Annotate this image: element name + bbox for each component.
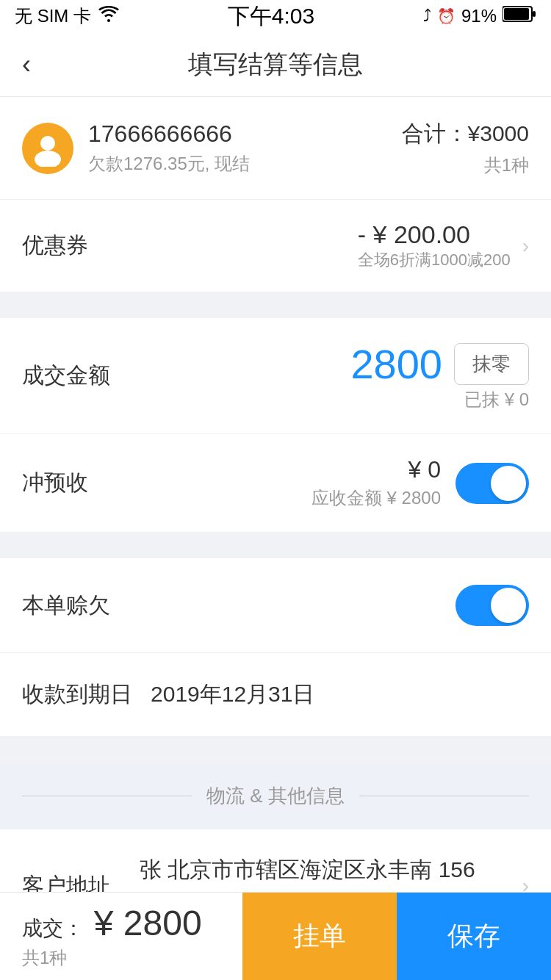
coupon-label: 优惠券 bbox=[22, 231, 88, 261]
back-button[interactable]: ‹ bbox=[22, 49, 31, 80]
bottom-summary: 成交： ¥ 2800 共1种 bbox=[0, 903, 242, 970]
page-title: 填写结算等信息 bbox=[188, 48, 363, 82]
deal-amount-card: 成交金额 2800 抹零 已抹 ¥ 0 冲预收 ¥ 0 应收金额 ¥ 2800 bbox=[0, 318, 551, 532]
battery-icon bbox=[503, 5, 536, 27]
nav-bar: ‹ 填写结算等信息 bbox=[0, 32, 551, 97]
alarm-icon: ⏰ bbox=[437, 7, 455, 25]
section-header: 物流 & 其他信息 bbox=[0, 763, 551, 829]
debit-toggle-knob bbox=[491, 588, 526, 623]
total-amount: 合计：¥3000 bbox=[402, 119, 529, 149]
round-zero-button[interactable]: 抹零 bbox=[454, 343, 529, 385]
coupon-row[interactable]: 优惠券 - ¥ 200.00 全场6折满1000减200 › bbox=[0, 199, 551, 292]
customer-debt: 欠款1276.35元, 现结 bbox=[88, 152, 250, 176]
coupon-right: - ¥ 200.00 全场6折满1000减200 › bbox=[358, 220, 529, 271]
section-header-line-right bbox=[359, 796, 529, 796]
svg-point-4 bbox=[35, 151, 61, 167]
section-divider-3 bbox=[0, 748, 551, 763]
coupon-desc: 全场6折满1000减200 bbox=[358, 249, 511, 271]
bottom-deal-row: 成交： ¥ 2800 bbox=[22, 903, 220, 943]
prepayment-label: 冲预收 bbox=[22, 468, 125, 498]
status-bar: 无 SIM 卡 下午4:03 ⤴ ⏰ 91% bbox=[0, 0, 551, 32]
status-right: ⤴ ⏰ 91% bbox=[423, 5, 536, 27]
status-time: 下午4:03 bbox=[228, 1, 314, 32]
bottom-deal-amount: ¥ 2800 bbox=[94, 904, 202, 943]
customer-info: 17666666666 欠款1276.35元, 现结 bbox=[88, 120, 250, 176]
svg-point-3 bbox=[40, 136, 55, 151]
debit-card: 本单赊欠 收款到期日 2019年12月31日 bbox=[0, 558, 551, 736]
deal-amount-row: 成交金额 2800 抹零 已抹 ¥ 0 bbox=[0, 318, 551, 434]
prepay-amount: ¥ 0 bbox=[311, 456, 441, 483]
due-date-row: 收款到期日 2019年12月31日 bbox=[0, 652, 551, 736]
deal-amount-col: 2800 抹零 已抹 ¥ 0 bbox=[350, 340, 529, 411]
bottom-deal-label: 成交： bbox=[22, 917, 84, 940]
save-button[interactable]: 保存 bbox=[397, 893, 551, 981]
deal-amount-value: 2800 bbox=[350, 340, 442, 388]
section-divider-1 bbox=[0, 303, 551, 318]
due-date-label: 收款到期日 bbox=[22, 682, 132, 706]
customer-right: 合计：¥3000 共1种 bbox=[402, 119, 529, 177]
deal-amount-label: 成交金额 bbox=[22, 361, 125, 391]
coupon-amount: - ¥ 200.00 bbox=[358, 220, 511, 249]
due-date-value: 2019年12月31日 bbox=[151, 682, 314, 706]
location-icon: ⤴ bbox=[423, 7, 431, 26]
bottom-bar: 成交： ¥ 2800 共1种 挂单 保存 bbox=[0, 892, 551, 980]
battery-text: 91% bbox=[461, 6, 497, 26]
prepay-right: ¥ 0 应收金额 ¥ 2800 bbox=[311, 456, 529, 510]
section-header-line-left bbox=[22, 796, 192, 796]
svg-rect-1 bbox=[504, 8, 529, 20]
customer-left: 17666666666 欠款1276.35元, 现结 bbox=[22, 120, 250, 176]
deal-amount-value-area: 2800 抹零 已抹 ¥ 0 bbox=[350, 340, 529, 411]
prepayment-row: 冲预收 ¥ 0 应收金额 ¥ 2800 bbox=[0, 434, 551, 532]
bottom-count: 共1种 bbox=[22, 946, 220, 970]
avatar bbox=[22, 123, 73, 174]
debit-row: 本单赊欠 bbox=[0, 558, 551, 652]
customer-card: 17666666666 欠款1276.35元, 现结 合计：¥3000 共1种 … bbox=[0, 97, 551, 292]
hold-button[interactable]: 挂单 bbox=[242, 893, 397, 981]
wifi-icon bbox=[98, 6, 119, 26]
status-left: 无 SIM 卡 bbox=[15, 4, 119, 28]
section-header-text: 物流 & 其他信息 bbox=[206, 783, 345, 809]
content-area: 17666666666 欠款1276.35元, 现结 合计：¥3000 共1种 … bbox=[0, 97, 551, 980]
customer-phone: 17666666666 bbox=[88, 120, 250, 148]
due-date-text: 收款到期日 2019年12月31日 bbox=[22, 682, 315, 706]
debit-toggle[interactable] bbox=[455, 585, 529, 626]
customer-row: 17666666666 欠款1276.35元, 现结 合计：¥3000 共1种 bbox=[0, 97, 551, 199]
no-sim-text: 无 SIM 卡 bbox=[15, 4, 91, 28]
svg-rect-2 bbox=[533, 11, 536, 17]
prepay-receivable: 应收金额 ¥ 2800 bbox=[311, 486, 441, 510]
chevron-right-icon: › bbox=[522, 234, 529, 258]
coupon-value-col: - ¥ 200.00 全场6折满1000减200 bbox=[358, 220, 511, 271]
prepay-amount-col: ¥ 0 应收金额 ¥ 2800 bbox=[311, 456, 441, 510]
section-divider-2 bbox=[0, 544, 551, 558]
toggle-knob bbox=[491, 466, 526, 501]
total-count: 共1种 bbox=[402, 154, 529, 177]
prepayment-toggle[interactable] bbox=[455, 463, 529, 504]
debit-label: 本单赊欠 bbox=[22, 591, 110, 621]
deal-amount-sub: 已抹 ¥ 0 bbox=[464, 388, 529, 411]
